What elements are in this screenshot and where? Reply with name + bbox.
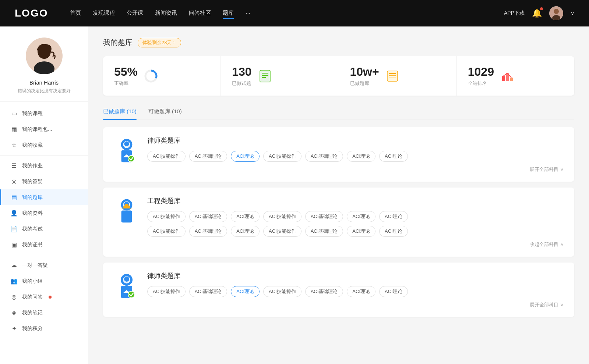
sidebar-item-course[interactable]: ▭ 我的课程 [0,106,88,121]
stat-ranking-value-wrap: 1029 全站排名 [468,65,494,87]
nav-link-discover[interactable]: 发现课程 [93,8,115,19]
tag-item[interactable]: ACI技能操作 [147,286,186,297]
trial-badge: 体验剩余23天！ [138,38,181,47]
stat-done-questions-value-wrap: 130 已做试题 [232,65,251,87]
notification-bell[interactable]: 🔔 [532,8,542,18]
tag-item-active[interactable]: ACI理论 [231,286,260,297]
nav-link-qbank[interactable]: 题库 [223,8,234,19]
tag-item[interactable]: ACI理论 [379,226,408,237]
sidebar-profile: Brian Harris 错误的决定比没有决定要好 [0,38,88,102]
exam-icon: 📄 [10,225,18,232]
nav-link-open[interactable]: 公开课 [127,8,143,19]
sidebar-item-points[interactable]: ✦ 我的积分 [0,321,88,336]
tag-item[interactable]: ACI基础理论 [305,211,343,222]
tag-item[interactable]: ACI基础理论 [189,286,228,297]
tag-item-active[interactable]: ACI理论 [231,151,260,162]
sidebar: Brian Harris 错误的决定比没有决定要好 ▭ 我的课程 ▦ 我的课程包… [0,26,88,364]
tag-item[interactable]: ACI理论 [379,151,408,162]
main-content: 我的题库 体验剩余23天！ 55% 正确率 [88,26,589,364]
sidebar-item-label: 我的题库 [22,194,43,201]
stat-ranking: 1029 全站排名 [457,56,574,96]
svg-rect-10 [260,70,270,82]
course-pack-icon: ▦ [10,126,18,133]
tag-item[interactable]: ACI理论 [231,226,260,237]
tag-item[interactable]: ACI基础理论 [189,226,228,237]
tag-item[interactable]: ACI基础理论 [305,151,343,162]
stat-accuracy: 55% 正确率 [103,56,221,96]
tag-item[interactable]: ACI基础理论 [305,286,343,297]
sidebar-item-label: 我的积分 [22,325,43,332]
sidebar-item-course-pack[interactable]: ▦ 我的课程包... [0,121,88,137]
engineer-icon [113,196,140,226]
sidebar-item-label: 我的考试 [22,226,43,232]
nav-link-home[interactable]: 首页 [70,8,81,19]
stat-accuracy-label: 正确率 [114,80,138,87]
tag-item[interactable]: ACI技能操作 [147,151,186,162]
stat-done-banks-value: 10w+ [350,65,379,79]
qbank-card-title: 工程类题库 [147,196,564,205]
sidebar-item-label: 我的证书 [22,242,43,248]
app-download-button[interactable]: APP下载 [504,10,525,17]
sidebar-item-tutor[interactable]: ☁ 一对一答疑 [0,257,88,273]
tag-item[interactable]: ACI理论 [347,286,375,297]
qbank-card-tags: ACI技能操作 ACI基础理论 ACI理论 ACI技能操作 ACI基础理论 AC… [147,151,564,162]
logo: LOGO [15,7,48,19]
nav-link-news[interactable]: 新闻资讯 [155,8,177,19]
sidebar-item-favorites[interactable]: ☆ 我的收藏 [0,137,88,153]
sidebar-item-my-qa[interactable]: ◎ 我的问答 [0,289,88,305]
stats-row: 55% 正确率 130 已做试题 [103,56,574,96]
qbank-card-title: 律师类题库 [147,136,564,145]
svg-point-1 [554,9,559,14]
sidebar-item-notes[interactable]: ◈ 我的笔记 [0,305,88,321]
accuracy-chart-icon [144,69,158,83]
svg-point-35 [124,276,129,282]
nav-right: APP下载 🔔 ∨ [504,6,574,20]
sidebar-item-label: 我的课程包... [22,126,52,133]
tag-item[interactable]: ACI基础理论 [189,151,228,162]
stat-done-questions: 130 已做试题 [221,56,339,96]
sidebar-item-questions[interactable]: ◎ 我的答疑 [0,174,88,189]
svg-rect-20 [510,78,513,81]
tag-item[interactable]: ACI技能操作 [263,211,301,222]
menu-divider-2 [0,255,88,255]
qbank-tabs: 已做题库 (10) 可做题库 (10) [103,104,574,120]
tag-item[interactable]: ACI理论 [379,211,408,222]
tag-item[interactable]: ACI理论 [347,226,375,237]
done-banks-icon [385,69,400,83]
nav-link-qa[interactable]: 问答社区 [189,8,211,19]
tag-item[interactable]: ACI技能操作 [263,151,301,162]
collapse-all-button[interactable]: 收起全部科目 ∧ [147,241,564,248]
expand-all-button[interactable]: 展开全部科目 ∨ [147,166,564,173]
user-menu-chevron[interactable]: ∨ [571,10,574,16]
tag-item[interactable]: ACI技能操作 [263,226,301,237]
tag-item[interactable]: ACI技能操作 [263,286,301,297]
tag-item[interactable]: ACI技能操作 [147,211,186,222]
sidebar-item-exam[interactable]: 📄 我的考试 [0,221,88,237]
tag-item[interactable]: ACI技能操作 [147,226,186,237]
tag-item[interactable]: ACI基础理论 [189,211,228,222]
expand-all-button-2[interactable]: 展开全部科目 ∨ [147,301,564,308]
tag-item[interactable]: ACI基础理论 [305,226,343,237]
qbank-card-tags-row2: ACI技能操作 ACI基础理论 ACI理论 ACI技能操作 ACI基础理论 AC… [147,226,564,237]
sidebar-item-qbank[interactable]: ▤ 我的题库 [0,189,88,205]
nav-link-more[interactable]: ··· [246,8,250,19]
sidebar-item-label: 我的问答 [22,294,43,300]
tab-done-banks[interactable]: 已做题库 (10) [103,104,137,119]
sidebar-item-profile[interactable]: 👤 我的资料 [0,205,88,221]
tag-item[interactable]: ACI理论 [347,211,375,222]
sidebar-item-label: 我的课程 [22,110,43,117]
stat-done-banks-value-wrap: 10w+ 已做题库 [350,65,379,87]
certificate-icon: ▣ [10,241,18,248]
qbank-card-header: 工程类题库 ACI技能操作 ACI基础理论 ACI理论 ACI技能操作 ACI基… [113,196,564,248]
tag-item[interactable]: ACI理论 [347,151,375,162]
tag-item[interactable]: ACI理论 [231,211,260,222]
favorites-icon: ☆ [10,142,18,149]
tab-available-banks[interactable]: 可做题库 (10) [148,104,182,119]
sidebar-item-group[interactable]: 👥 我的小组 [0,273,88,289]
sidebar-item-homework[interactable]: ☰ 我的作业 [0,158,88,174]
svg-point-36 [128,291,135,298]
tag-item[interactable]: ACI理论 [379,286,408,297]
user-avatar[interactable] [549,6,563,20]
sidebar-item-certificate[interactable]: ▣ 我的证书 [0,237,88,253]
qbank-card-lawyer-1: 律师类题库 ACI技能操作 ACI基础理论 ACI理论 ACI技能操作 ACI基… [103,127,574,182]
